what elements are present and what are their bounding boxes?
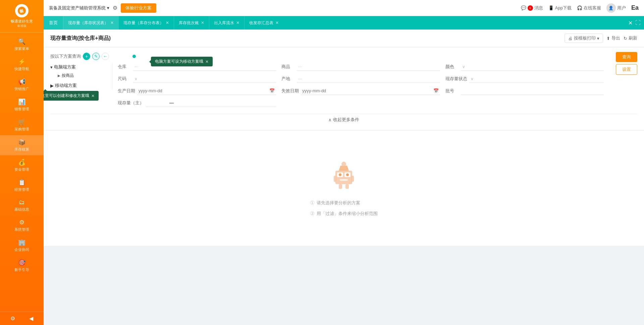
stock-main-field: 现存量（主） — xyxy=(118,99,276,107)
tab-end-actions: ✕ ⛶ xyxy=(625,20,644,26)
tab-inventory-dist-label: 现存量（库存分布表） xyxy=(123,20,164,26)
svg-point-13 xyxy=(341,162,346,166)
tab-recv-summary-label: 收发存汇总表 xyxy=(249,20,273,26)
tab-inout[interactable]: 出入库流水 ✕ xyxy=(209,16,244,30)
user-btn[interactable]: 👤 用户 xyxy=(606,3,626,13)
service-icon: 🎧 xyxy=(577,5,582,10)
chevron-right-mobile: ▶ xyxy=(50,83,54,88)
stock-main-input-wrap[interactable]: — xyxy=(146,99,276,107)
guide-icon: 🎯 xyxy=(18,259,25,266)
size-down: ∨ xyxy=(135,76,138,81)
sidebar-item-marketing-label: 营销推广 xyxy=(14,87,29,92)
arrow-scheme-btn[interactable]: ← xyxy=(102,53,109,60)
tab-home-label: 首页 xyxy=(49,20,58,26)
logo-badge: 标准版 xyxy=(17,24,26,28)
edit-scheme-btn[interactable]: ✎ xyxy=(92,53,100,60)
prod-date-label: 生产日期 xyxy=(118,88,135,94)
goods-select[interactable]: ··· xyxy=(297,63,440,71)
collapse-btn[interactable]: ∧ 收起更多条件 xyxy=(328,117,359,123)
msg-label: 消息 xyxy=(534,5,543,11)
tab-fullscreen-icon[interactable]: ⛶ xyxy=(635,20,641,26)
size-select[interactable]: ∨ xyxy=(133,75,276,83)
sidebar-item-enterprise[interactable]: 🏢 企业协同 xyxy=(0,235,44,256)
system-title-select[interactable]: 装备及固定资产辅助管理系统 ▾ xyxy=(49,5,109,11)
empty-state: ① 请先选择要分析的方案 ② 用「过滤」条件来缩小分析范围 xyxy=(44,130,644,246)
tab-batch[interactable]: 库存批次账 ✕ xyxy=(174,16,209,30)
settings-bottom-icon[interactable]: ⚙ xyxy=(10,315,15,322)
tab-inventory-status-close[interactable]: ✕ xyxy=(110,20,114,25)
sales-icon: 📊 xyxy=(18,98,25,106)
sidebar-logo: 畅 畅通道好生意 标准版 xyxy=(0,0,44,33)
sidebar-item-quick[interactable]: ⚡ 快捷导航 xyxy=(0,55,44,75)
prod-date-calendar-icon[interactable]: 📅 xyxy=(269,88,275,93)
stock-state-label: 现存量状态 xyxy=(445,76,467,82)
tooltip-scheme-close[interactable]: ✕ xyxy=(205,59,209,64)
add-scheme-btn[interactable]: + xyxy=(83,53,90,60)
sidebar-item-marketing[interactable]: 📢 营销推广 xyxy=(0,75,44,95)
sidebar-item-base[interactable]: 🗂 基础信息 xyxy=(0,196,44,215)
svg-rect-10 xyxy=(339,184,342,189)
sidebar-item-search[interactable]: 🔍 搜索菜单 xyxy=(0,35,44,55)
tab-recv-summary-close[interactable]: ✕ xyxy=(275,20,279,25)
svg-rect-7 xyxy=(340,179,348,181)
scheme-item-goods[interactable]: ▶ 按商品 xyxy=(56,71,109,80)
origin-field: 产地 ··· xyxy=(281,75,440,83)
topbar-right: 💬 6 消息 📱 App下载 🎧 在线客服 👤 用户 Ea xyxy=(521,3,639,13)
batch-input[interactable] xyxy=(462,88,602,93)
expire-date-calendar-icon[interactable]: 📅 xyxy=(433,88,439,93)
topbar: 装备及固定资产辅助管理系统 ▾ ⚙ 体验行业方案 💬 6 消息 📱 App下载 … xyxy=(44,0,644,16)
topbar-settings-icon[interactable]: ⚙ xyxy=(113,5,117,11)
size-label: 尺码 xyxy=(118,76,131,82)
sidebar-item-operation[interactable]: 📋 经营管理 xyxy=(0,175,44,196)
scheme-desktop-toggle[interactable]: ▾ 电脑端方案 xyxy=(50,63,109,71)
tab-inventory-dist-close[interactable]: ✕ xyxy=(166,20,169,25)
export-btn[interactable]: ⬆ 导出 xyxy=(606,35,620,41)
Ea-label: Ea xyxy=(631,4,639,11)
tab-recv-summary[interactable]: 收发存汇总表 ✕ xyxy=(244,16,283,30)
batch-input-wrap[interactable] xyxy=(461,87,604,95)
collapse-sidebar-icon[interactable]: ◀ xyxy=(29,315,33,322)
stock-main-to[interactable] xyxy=(176,100,196,105)
filter-fields: 仓库 ··· 商品 ··· xyxy=(112,63,637,111)
print-btn[interactable]: 🖨 按模板打印 ▾ xyxy=(565,34,603,43)
scheme-mobile-group: ▶ 移动端方案 xyxy=(50,81,109,90)
scheme-desktop-items: ▶ 按商品 xyxy=(50,71,109,80)
sidebar-item-inventory[interactable]: 📦 库存核算 xyxy=(0,135,44,155)
stock-state-select[interactable]: ∨ xyxy=(469,75,604,83)
tab-batch-close[interactable]: ✕ xyxy=(201,20,204,25)
reset-btn[interactable]: 设置 xyxy=(616,64,637,75)
origin-select[interactable]: ··· xyxy=(297,75,440,83)
expire-date-input-wrap[interactable]: 📅 xyxy=(301,87,440,95)
quick-icon: ⚡ xyxy=(18,58,25,65)
online-service-btn[interactable]: 🎧 在线客服 xyxy=(577,5,601,11)
tab-inventory-status[interactable]: 现存量（库存状况表） ✕ xyxy=(63,16,118,30)
tooltip-scheme: 电脑方案可设为移动方案哦 ✕ xyxy=(151,57,213,66)
svg-rect-8 xyxy=(334,176,336,182)
expire-date-input[interactable] xyxy=(302,88,432,93)
tab-home[interactable]: 首页 xyxy=(44,16,63,30)
tooltip-create-close[interactable]: ✕ xyxy=(91,94,95,98)
sidebar-item-system[interactable]: ⚙ 系统管理 xyxy=(0,215,44,235)
empty-tip-2: ② 用「过滤」条件来缩小分析范围 xyxy=(310,208,378,219)
sidebar-item-base-label: 基础信息 xyxy=(14,207,29,212)
prod-date-input[interactable] xyxy=(139,88,268,93)
msg-btn[interactable]: 💬 6 消息 xyxy=(521,5,543,11)
stock-main-label: 现存量（主） xyxy=(118,100,144,106)
avatar-icon: 👤 xyxy=(608,6,613,10)
tab-close-all-icon[interactable]: ✕ xyxy=(628,20,633,26)
scheme-mobile-toggle[interactable]: ▶ 移动端方案 xyxy=(50,81,109,90)
sidebar-item-guide[interactable]: 🎯 新手引导 xyxy=(0,256,44,276)
trial-btn[interactable]: 体验行业方案 xyxy=(121,3,156,13)
app-download-btn[interactable]: 📱 App下载 xyxy=(548,5,572,11)
color-select[interactable]: ∨ xyxy=(461,63,604,71)
sidebar-item-finance[interactable]: 💰 资金管理 xyxy=(0,155,44,175)
avatar: 👤 xyxy=(606,3,616,13)
prod-date-input-wrap[interactable]: 📅 xyxy=(137,87,276,95)
search-btn[interactable]: 查询 xyxy=(616,52,637,62)
tab-inventory-dist[interactable]: 现存量（库存分布表） ✕ xyxy=(118,16,174,30)
stock-main-from[interactable] xyxy=(147,100,167,105)
sidebar-item-sales[interactable]: 📊 销售管理 xyxy=(0,95,44,115)
tab-inout-close[interactable]: ✕ xyxy=(236,20,239,25)
sidebar-item-purchase[interactable]: 🛒 采购管理 xyxy=(0,115,44,135)
refresh-btn[interactable]: ↻ 刷新 xyxy=(624,35,637,41)
